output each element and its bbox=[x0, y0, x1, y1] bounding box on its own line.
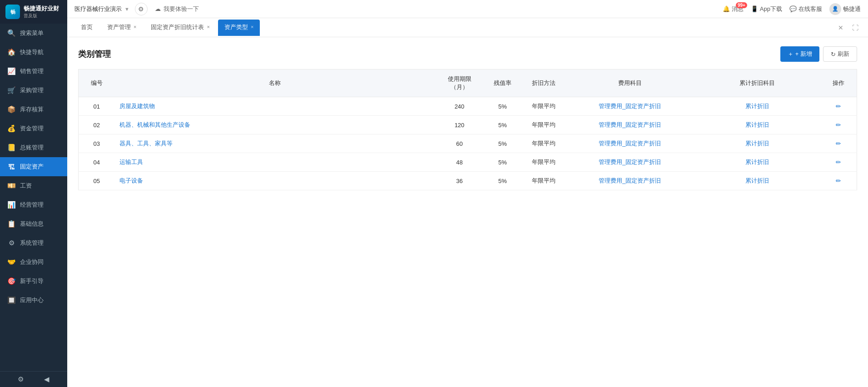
table-header-row: 编号 名称 使用期限（月） 残值率 折旧方法 费用科目 累计折旧科目 操作 bbox=[79, 69, 857, 97]
close-icon[interactable]: × bbox=[251, 25, 253, 30]
cell-expense: 管理费用_固定资产折旧 bbox=[566, 153, 694, 172]
company-selector[interactable]: 医疗器械行业演示 ▼ bbox=[74, 5, 129, 13]
search-icon: 🔍 bbox=[7, 29, 15, 37]
sidebar-item-inventory[interactable]: 📦 库存核算 bbox=[0, 100, 67, 119]
cell-residual: 5% bbox=[485, 153, 521, 172]
sidebar-item-collab[interactable]: 🤝 企业协同 bbox=[0, 253, 67, 272]
gear-icon: ⚙ bbox=[138, 5, 144, 13]
sidebar-item-sales[interactable]: 📈 销售管理 bbox=[0, 62, 67, 81]
page-title: 类别管理 bbox=[78, 49, 111, 60]
cell-action: ✏ bbox=[821, 116, 857, 134]
col-header-name: 名称 bbox=[115, 69, 435, 97]
collapse-button[interactable]: ◀ bbox=[44, 375, 50, 383]
topbar-settings-button[interactable]: ⚙ bbox=[135, 3, 148, 15]
chevron-down-icon: ▼ bbox=[124, 6, 129, 12]
cell-action: ✏ bbox=[821, 172, 857, 190]
edit-button[interactable]: ✏ bbox=[836, 103, 841, 110]
cell-expense: 管理费用_固定资产折旧 bbox=[566, 172, 694, 190]
customer-service-button[interactable]: 💬 在线客服 bbox=[789, 5, 822, 13]
col-header-id: 编号 bbox=[79, 69, 115, 97]
new-button[interactable]: ＋ + 新增 bbox=[780, 46, 819, 62]
close-icon[interactable]: × bbox=[207, 25, 209, 30]
cell-expense: 管理费用_固定资产折旧 bbox=[566, 134, 694, 153]
tab-asset-management[interactable]: 资产管理 × bbox=[101, 20, 143, 36]
sidebar-item-app-center[interactable]: 🔲 应用中心 bbox=[0, 291, 67, 310]
close-icon[interactable]: × bbox=[134, 25, 136, 30]
app-download-button[interactable]: 📱 App下载 bbox=[751, 5, 782, 13]
table-row: 05 电子设备 36 5% 年限平均 管理费用_固定资产折旧 累计折旧 ✏ bbox=[79, 172, 857, 190]
edit-button[interactable]: ✏ bbox=[836, 121, 841, 129]
col-header-action: 操作 bbox=[821, 69, 857, 97]
sidebar-logo: 畅 畅捷通好业财 普及版 bbox=[0, 0, 67, 24]
sidebar-nav: 🔍 搜索菜单 🏠 快捷导航 📈 销售管理 🛒 采购管理 📦 库存核算 💰 资金管… bbox=[0, 24, 67, 371]
cell-method: 年限平均 bbox=[521, 116, 566, 134]
avatar: 👤 bbox=[829, 3, 841, 15]
cell-residual: 5% bbox=[485, 172, 521, 190]
cloud-icon: ☁ bbox=[155, 5, 161, 12]
cell-accum: 累计折旧 bbox=[694, 134, 821, 153]
notifications-button[interactable]: 🔔 消息 99+ bbox=[723, 5, 744, 13]
sidebar-item-ledger[interactable]: 📒 总账管理 bbox=[0, 138, 67, 157]
sidebar-item-purchase[interactable]: 🛒 采购管理 bbox=[0, 81, 67, 100]
cell-accum: 累计折旧 bbox=[694, 116, 821, 134]
sidebar-item-quicknav[interactable]: 🏠 快捷导航 bbox=[0, 43, 67, 62]
app-logo-icon: 畅 bbox=[5, 5, 20, 19]
settings-button[interactable]: ⚙ bbox=[18, 375, 24, 383]
refresh-button[interactable]: ↻ 刷新 bbox=[823, 46, 857, 62]
download-icon: 📱 bbox=[751, 5, 758, 12]
tab-asset-type[interactable]: 资产类型 × bbox=[218, 20, 260, 36]
sidebar-item-operations[interactable]: 📊 经营管理 bbox=[0, 195, 67, 214]
cell-name: 电子设备 bbox=[115, 172, 435, 190]
table-row: 01 房屋及建筑物 240 5% 年限平均 管理费用_固定资产折旧 累计折旧 ✏ bbox=[79, 97, 857, 116]
home-icon: 🏠 bbox=[7, 48, 15, 56]
sidebar-item-finance[interactable]: 💰 资金管理 bbox=[0, 119, 67, 138]
cell-expense: 管理费用_固定资产折旧 bbox=[566, 97, 694, 116]
cell-residual: 5% bbox=[485, 97, 521, 116]
sidebar-item-payroll[interactable]: 💴 工资 bbox=[0, 176, 67, 195]
plus-icon: ＋ bbox=[788, 50, 794, 58]
guide-icon: 🎯 bbox=[7, 277, 15, 285]
sidebar-item-search[interactable]: 🔍 搜索菜单 bbox=[0, 24, 67, 43]
cell-period: 120 bbox=[435, 116, 485, 134]
ledger-icon: 📒 bbox=[7, 144, 15, 152]
topbar-right-actions: 🔔 消息 99+ 📱 App下载 💬 在线客服 👤 畅捷通 bbox=[723, 3, 861, 15]
maximize-tab-button[interactable]: ⛶ bbox=[850, 22, 861, 33]
tabs-right-actions: ✕ ⛶ bbox=[835, 22, 861, 33]
page-header: 类别管理 ＋ + 新增 ↻ 刷新 bbox=[78, 46, 857, 62]
collab-icon: 🤝 bbox=[7, 258, 15, 266]
user-menu-button[interactable]: 👤 畅捷通 bbox=[829, 3, 861, 15]
company-title: 医疗器械行业演示 bbox=[74, 5, 122, 13]
bell-icon: 🔔 bbox=[723, 5, 730, 12]
col-header-residual: 残值率 bbox=[485, 69, 521, 97]
sidebar-item-system[interactable]: ⚙ 系统管理 bbox=[0, 233, 67, 253]
cell-id: 02 bbox=[79, 116, 115, 134]
cell-name: 房屋及建筑物 bbox=[115, 97, 435, 116]
cell-period: 240 bbox=[435, 97, 485, 116]
cell-residual: 5% bbox=[485, 134, 521, 153]
page-actions: ＋ + 新增 ↻ 刷新 bbox=[780, 46, 857, 62]
cell-action: ✏ bbox=[821, 153, 857, 172]
sidebar-footer: ⚙ ◀ bbox=[0, 371, 67, 387]
cell-period: 36 bbox=[435, 172, 485, 190]
cell-name: 机器、机械和其他生产设备 bbox=[115, 116, 435, 134]
sidebar-item-guide[interactable]: 🎯 新手引导 bbox=[0, 272, 67, 291]
tab-home[interactable]: 首页 bbox=[74, 20, 99, 36]
edit-button[interactable]: ✏ bbox=[836, 140, 841, 147]
app-logo-text: 畅捷通好业财 普及版 bbox=[24, 5, 59, 19]
cell-method: 年限平均 bbox=[521, 97, 566, 116]
close-tab-button[interactable]: ✕ bbox=[835, 22, 846, 33]
tab-depreciation-report[interactable]: 固定资产折旧统计表 × bbox=[144, 20, 216, 36]
sidebar-item-base-info[interactable]: 📋 基础信息 bbox=[0, 214, 67, 233]
col-header-accum: 累计折旧科目 bbox=[694, 69, 821, 97]
edit-button[interactable]: ✏ bbox=[836, 177, 841, 184]
experience-button[interactable]: ☁ 我要体验一下 bbox=[155, 5, 199, 13]
col-header-method: 折旧方法 bbox=[521, 69, 566, 97]
table-row: 03 器具、工具、家具等 60 5% 年限平均 管理费用_固定资产折旧 累计折旧… bbox=[79, 134, 857, 153]
edit-button[interactable]: ✏ bbox=[836, 159, 841, 166]
sidebar-item-fixed-assets[interactable]: 🏗 固定资产 bbox=[0, 157, 67, 176]
col-header-period: 使用期限（月） bbox=[435, 69, 485, 97]
cell-expense: 管理费用_固定资产折旧 bbox=[566, 116, 694, 134]
cell-period: 48 bbox=[435, 153, 485, 172]
tabs-bar: 首页 资产管理 × 固定资产折旧统计表 × 资产类型 × ✕ ⛶ bbox=[67, 18, 868, 37]
purchase-icon: 🛒 bbox=[7, 86, 15, 94]
